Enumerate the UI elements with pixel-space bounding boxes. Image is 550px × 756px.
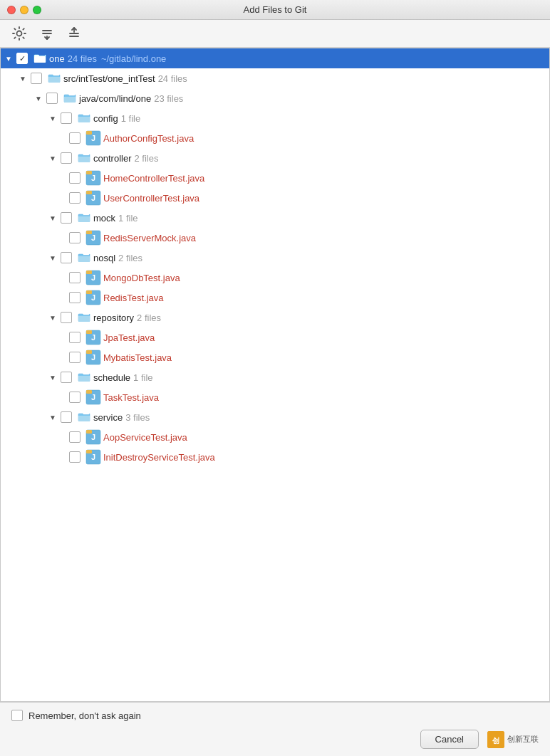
collapse-button[interactable] [64, 25, 84, 42]
checkbox-schedule[interactable] [61, 372, 72, 383]
window-title: Add Files to Git [244, 4, 307, 15]
tree-row-controller[interactable]: ▼ controller 2 files [1, 148, 549, 168]
tree-row-repository[interactable]: ▼ repository 2 files [1, 308, 549, 327]
tree-row-mybatisTest[interactable]: J MybatisTest.java [1, 347, 549, 367]
tree-row-java[interactable]: ▼ java/com/lind/one 23 files [1, 88, 549, 108]
chevron-schedule: ▼ [48, 374, 58, 382]
repository-name: repository [93, 313, 134, 323]
checkbox-taskTest[interactable] [69, 392, 81, 403]
folder-icon-repository [78, 313, 90, 322]
bottom-area: Remember, don't ask again Cancel 创 创新互联 [0, 702, 550, 756]
folder-icon-root [33, 53, 46, 63]
chevron-config: ▼ [48, 115, 58, 122]
checkbox-controller[interactable] [61, 152, 72, 164]
tree-row-initDestroyServiceTest[interactable]: J InitDestroyServiceTest.java [1, 447, 549, 467]
toolbar [0, 20, 550, 48]
checkbox-userControllerTest[interactable] [69, 192, 81, 204]
java-file-icon-jpaTest: J [85, 330, 101, 345]
svg-text:J: J [91, 333, 95, 342]
jpaTest-name: JpaTest.java [103, 332, 155, 343]
root-name: one [49, 53, 65, 64]
java-name: java/com/lind/one [79, 93, 151, 104]
file-tree: ▼ one 24 files ~/gitlab/lind.one ▼ src/i… [0, 48, 550, 702]
expand-button[interactable] [37, 25, 57, 42]
svg-rect-12 [86, 171, 92, 174]
checkbox-mock[interactable] [61, 212, 72, 224]
checkbox-authorConfigTest[interactable] [69, 132, 81, 144]
checkbox-aopServiceTest[interactable] [69, 431, 81, 443]
checkbox-service[interactable] [61, 411, 72, 423]
maximize-button[interactable] [33, 6, 41, 14]
tree-row-mongoDbTest[interactable]: J MongoDbTest.java [1, 268, 549, 288]
chevron-java: ▼ [33, 95, 43, 103]
chevron-controller: ▼ [48, 154, 58, 162]
checkbox-initDestroyServiceTest[interactable] [69, 451, 81, 463]
brand-text: 创新互联 [507, 735, 539, 744]
svg-text:J: J [91, 433, 95, 441]
checkbox-src[interactable] [31, 73, 42, 84]
tree-row-mock[interactable]: ▼ mock 1 file [1, 208, 549, 228]
close-button[interactable] [7, 6, 16, 14]
checkbox-config[interactable] [61, 112, 72, 124]
folder-icon-src [48, 73, 61, 83]
checkbox-redisServerMock[interactable] [69, 232, 81, 243]
remember-row: Remember, don't ask again [11, 710, 539, 721]
folder-icon-controller [78, 153, 90, 163]
cancel-button[interactable]: Cancel [420, 730, 479, 749]
root-file-count: 24 files [68, 53, 97, 64]
userControllerTest-name: UserControllerTest.java [103, 193, 199, 204]
mock-file-count: 1 file [118, 213, 138, 224]
svg-text:J: J [91, 273, 95, 282]
settings-button[interactable] [9, 24, 30, 43]
aopServiceTest-name: AopServiceTest.java [103, 432, 187, 443]
folder-icon-config [78, 113, 90, 123]
initDestroyServiceTest-name: InitDestroyServiceTest.java [103, 452, 215, 463]
checkbox-nosql[interactable] [61, 252, 72, 263]
tree-row-nosql[interactable]: ▼ nosql 2 files [1, 248, 549, 268]
svg-text:J: J [91, 453, 95, 461]
tree-row-redisServerMock[interactable]: J RedisServerMock.java [1, 228, 549, 248]
checkbox-jpaTest[interactable] [69, 332, 81, 343]
folder-icon-mock [78, 213, 90, 223]
java-file-icon-mybatisTest: J [85, 350, 101, 365]
remember-checkbox[interactable] [11, 710, 23, 721]
checkbox-root[interactable] [16, 53, 28, 64]
traffic-lights [7, 6, 41, 14]
checkbox-mybatisTest[interactable] [69, 352, 81, 363]
checkbox-redisTest[interactable] [69, 292, 81, 303]
tree-row-authorConfigTest[interactable]: J AuthorConfigTest.java [1, 128, 549, 148]
minimize-button[interactable] [20, 6, 28, 14]
service-file-count: 3 files [125, 412, 150, 423]
svg-text:J: J [91, 293, 95, 302]
tree-row-taskTest[interactable]: J TaskTest.java [1, 387, 549, 407]
tree-row-config[interactable]: ▼ config 1 file [1, 108, 549, 128]
tree-row-userControllerTest[interactable]: J UserControllerTest.java [1, 188, 549, 208]
svg-rect-30 [86, 350, 92, 354]
svg-text:J: J [91, 174, 95, 182]
tree-row-schedule[interactable]: ▼ schedule 1 file [1, 367, 549, 387]
java-file-icon-homeControllerTest: J [85, 170, 101, 186]
checkbox-mongoDbTest[interactable] [69, 272, 81, 283]
checkbox-repository[interactable] [61, 312, 72, 323]
tree-row-homeControllerTest[interactable]: J HomeControllerTest.java [1, 168, 549, 188]
schedule-name: schedule [93, 372, 130, 383]
svg-rect-24 [86, 290, 92, 294]
nosql-name: nosql [93, 253, 115, 263]
svg-text:J: J [91, 393, 95, 401]
java-file-icon-redisServerMock: J [85, 230, 101, 246]
svg-text:J: J [91, 194, 95, 202]
controller-file-count: 2 files [134, 153, 158, 164]
checkbox-homeControllerTest[interactable] [69, 172, 81, 184]
chevron-repository: ▼ [48, 314, 58, 322]
tree-row-jpaTest[interactable]: J JpaTest.java [1, 327, 549, 347]
tree-row-aopServiceTest[interactable]: J AopServiceTest.java [1, 427, 549, 447]
tree-row-root[interactable]: ▼ one 24 files ~/gitlab/lind.one [1, 48, 549, 68]
tree-row-redisTest[interactable]: J RedisTest.java [1, 288, 549, 308]
svg-rect-39 [86, 450, 92, 453]
repository-file-count: 2 files [137, 313, 161, 323]
config-name: config [93, 113, 118, 124]
checkbox-java[interactable] [46, 93, 58, 104]
mybatisTest-name: MybatisTest.java [103, 352, 172, 363]
tree-row-service[interactable]: ▼ service 3 files [1, 407, 549, 427]
tree-row-src[interactable]: ▼ src/intTest/one_intTest 24 files [1, 68, 549, 88]
